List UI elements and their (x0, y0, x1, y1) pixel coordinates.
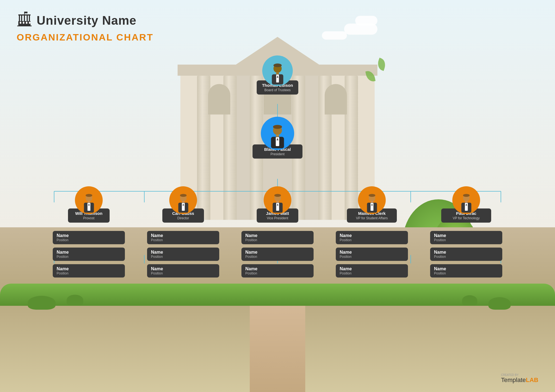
svg-point-40 (85, 194, 92, 197)
svg-rect-0 (24, 12, 25, 14)
svg-rect-4 (21, 16, 22, 21)
sub-card-wt-1: Name Position (53, 231, 125, 244)
position-thomas-edison: Board of Trustees (261, 88, 294, 93)
university-name: University Name (37, 14, 137, 27)
sub-card-jw-3: Name Position (241, 264, 314, 278)
svg-rect-59 (371, 201, 373, 203)
avatar-maxwell-clerk (358, 186, 386, 214)
svg-rect-3 (19, 16, 20, 21)
svg-point-34 (273, 125, 282, 129)
person-paul-dirac: Paul Dirac VP for Technology (441, 186, 491, 223)
col-james-watt: James Watt Vice President Name Position … (241, 186, 314, 278)
position-blaise-pascal: President (257, 152, 298, 157)
sub-card-wt-3: Name Position (53, 264, 125, 278)
svg-rect-10 (23, 22, 24, 24)
org-chart-title: ORGANIZATIONAL CHART (17, 32, 538, 43)
position-james-watt: Vice President (261, 216, 294, 221)
sub-name-wt-1: Name (57, 233, 121, 238)
svg-rect-11 (26, 22, 27, 24)
col-carl-gauss: Carl Gauss Director Name Position Name P… (147, 186, 219, 278)
university-icon (17, 11, 32, 30)
avatar-blaise-pascal (261, 117, 294, 150)
person-maxwell-clerk: Maxwell Clerk VP for Student Affairs (347, 186, 397, 223)
position-will-thomson: Provost (72, 216, 105, 221)
sub-pos-wt-2: Position (57, 255, 121, 259)
position-paul-dirac: VP for Technology (446, 216, 487, 221)
person-thomas-edison: Thomas Edison Board of Trustees (257, 55, 298, 95)
svg-rect-6 (27, 16, 28, 21)
person-blaise-pascal: Blaise Pascal President (253, 117, 302, 159)
sub-card-pd-3: Name Position (430, 264, 502, 278)
svg-rect-41 (88, 201, 90, 203)
org-chart: Thomas Edison Board of Trustees Blaise P… (0, 55, 555, 278)
sub-card-jw-2: Name Position (241, 248, 314, 261)
created-by-label: CREATED BY (501, 373, 539, 376)
col-maxwell-clerk: Maxwell Clerk VP for Student Affairs Nam… (336, 186, 408, 278)
avatar-carl-gauss (169, 186, 197, 214)
level1-container: Thomas Edison Board of Trustees (257, 55, 298, 95)
svg-rect-9 (20, 22, 21, 24)
level3-container: Will Thomson Provost Name Position Name … (0, 186, 555, 278)
svg-rect-53 (276, 201, 279, 203)
sub-card-cg-3: Name Position (147, 264, 219, 278)
avatar-james-watt (264, 186, 291, 214)
col-will-thomson: Will Thomson Provost Name Position Name … (53, 186, 125, 278)
sub-card-mc-1: Name Position (336, 231, 408, 244)
svg-rect-1 (25, 12, 27, 13)
sub-card-wt-2: Name Position (53, 248, 125, 261)
person-will-thomson: Will Thomson Provost (68, 186, 110, 223)
avatar-paul-dirac (452, 186, 480, 214)
svg-rect-5 (24, 16, 25, 21)
branding: CREATED BY TemplateLAB (501, 373, 539, 384)
avatar-will-thomson (75, 186, 103, 214)
svg-rect-35 (276, 134, 279, 137)
sub-card-mc-2: Name Position (336, 248, 408, 261)
sub-card-jw-1: Name Position (241, 231, 314, 244)
svg-point-58 (369, 194, 375, 197)
level2-container: Blaise Pascal President (253, 117, 302, 159)
sub-name-wt-2: Name (57, 250, 121, 255)
col-paul-dirac: Paul Dirac VP for Technology Name Positi… (430, 186, 502, 278)
svg-rect-7 (29, 16, 30, 21)
person-carl-gauss: Carl Gauss Director (162, 186, 204, 223)
sub-name-wt-3: Name (57, 266, 121, 271)
svg-rect-12 (29, 22, 31, 24)
position-carl-gauss: Director (167, 216, 200, 221)
svg-point-64 (463, 194, 470, 197)
sub-pos-wt-1: Position (57, 238, 121, 242)
svg-rect-65 (465, 201, 468, 203)
sub-card-cg-1: Name Position (147, 231, 219, 244)
svg-rect-47 (182, 201, 185, 203)
svg-rect-2 (18, 14, 31, 16)
person-james-watt: James Watt Vice President (257, 186, 298, 223)
svg-point-46 (180, 194, 186, 197)
template-text: Template (501, 376, 526, 383)
svg-point-52 (274, 194, 281, 197)
avatar-thomas-edison (262, 55, 293, 86)
sub-card-cg-2: Name Position (147, 248, 219, 261)
sub-pos-wt-3: Position (57, 271, 121, 275)
svg-point-28 (273, 63, 282, 67)
sub-card-pd-1: Name Position (430, 231, 502, 244)
header: University Name (17, 11, 538, 30)
sub-card-mc-3: Name Position (336, 264, 408, 278)
sub-card-pd-2: Name Position (430, 248, 502, 261)
svg-rect-29 (276, 72, 279, 74)
svg-rect-13 (17, 26, 32, 26)
lab-text: LAB (526, 376, 538, 383)
position-maxwell-clerk: VP for Student Affairs (351, 216, 392, 221)
